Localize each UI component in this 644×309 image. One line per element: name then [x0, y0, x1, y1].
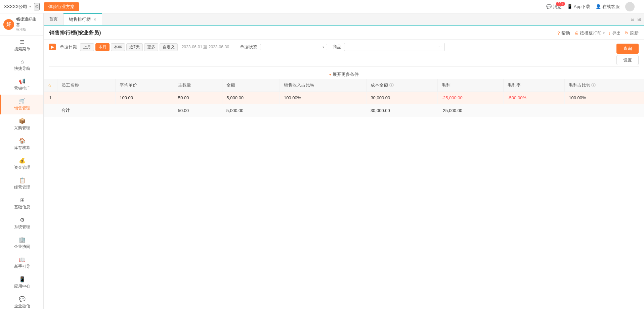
expand-more-row: ▾ 展开更多条件 [49, 66, 639, 79]
footer-label: 合计 [57, 104, 116, 117]
basic-icon: ⊞ [20, 197, 25, 203]
expand-more-btn[interactable]: ▾ 展开更多条件 [329, 71, 359, 78]
date-pills: 上月 本月 本年 近7天 更多 自定义 [80, 43, 178, 51]
goods-ellipsis-icon[interactable]: ··· [437, 44, 442, 50]
th-profit: 毛利 [437, 79, 504, 92]
online-service-button[interactable]: 👤 在线客服 [596, 4, 620, 10]
export-icon: ↓ [609, 31, 611, 36]
sidebar-item-marketing[interactable]: 📢 营销推广 [0, 75, 43, 95]
table-header-row: ☆ 员工名称 平均单价 主数量 全额 销售收入占比% 成本全额 ⓘ 毛利 毛利率… [44, 79, 644, 92]
app-download-button[interactable]: 📱 App下载 [567, 4, 590, 10]
help-button[interactable]: ? 帮助 [557, 30, 570, 36]
tab-close-icon[interactable]: ✕ [93, 17, 96, 22]
headset-icon: 👤 [596, 4, 601, 9]
tab-expand-icon[interactable]: ⊞ [637, 16, 641, 22]
date-pill-this-year[interactable]: 本年 [111, 43, 125, 51]
th-name: 员工名称 [57, 79, 116, 92]
sidebar-item-purchase[interactable]: 📦 采购管理 [0, 114, 43, 134]
footer-empty4 [504, 104, 565, 117]
print-chevron-icon: ▾ [603, 31, 605, 35]
date-pill-last-month[interactable]: 上月 [80, 43, 94, 51]
goods-filter[interactable]: ··· [344, 43, 445, 51]
query-button[interactable]: 查询 [616, 44, 639, 54]
sidebar-item-app-center[interactable]: 📱 应用中心 [0, 273, 43, 293]
cell-cost-amount: 30,000.00 [367, 92, 437, 104]
sidebar-logo: 好 畅捷通好生意 标准版 [0, 13, 43, 36]
avatar[interactable] [625, 2, 635, 11]
th-avg-price: 平均单价 [116, 79, 174, 92]
sidebar-item-label: 销售管理 [14, 105, 30, 111]
logo-text: 畅捷通好生意 [16, 17, 40, 27]
sidebar-item-label: 企业协同 [14, 244, 30, 250]
export-button[interactable]: ↓ 导出 [609, 30, 621, 36]
try-industry-button[interactable]: 体验行业方案 [44, 2, 79, 11]
date-pill-this-month[interactable]: 本月 [95, 43, 110, 51]
status-select[interactable]: ▾ [260, 44, 327, 50]
sidebar-item-inventory[interactable]: 🏠 库存核算 [0, 134, 43, 154]
sidebar-item-label: 应用中心 [14, 284, 30, 289]
sidebar-item-guide[interactable]: 📖 新手引导 [0, 253, 43, 273]
th-cost-amount: 成本全额 ⓘ [367, 79, 437, 92]
footer-cost-amount: 30,000.00 [367, 104, 437, 117]
cell-name [57, 92, 116, 104]
online-service-label: 在线客服 [602, 4, 620, 10]
settings-icon-btn[interactable]: ⚙ [34, 3, 40, 10]
sidebar: 好 畅捷通好生意 标准版 ☰ 搜索菜单 ⌂ 快捷导航 📢 营销推广 🛒 销售管理… [0, 13, 44, 309]
logo-sub: 标准版 [16, 27, 40, 32]
print-button[interactable]: 🖨 按模板打印 ▾ [574, 30, 605, 36]
sidebar-item-system[interactable]: ⚙ 系统管理 [0, 213, 43, 233]
th-sales-pct: 销售收入占比% [280, 79, 366, 92]
date-pill-custom[interactable]: 自定义 [160, 43, 178, 51]
filter-toggle-btn[interactable]: ▶ [49, 44, 56, 50]
footer-main-qty: 50.00 [174, 104, 222, 117]
sidebar-item-finance[interactable]: 💰 资金管理 [0, 154, 43, 174]
finance-icon: 💰 [19, 157, 26, 164]
sidebar-item-label: 营销推广 [14, 86, 30, 91]
expand-more-label: 展开更多条件 [333, 71, 359, 78]
sidebar-item-label: 基础信息 [14, 204, 30, 210]
table-settings-button[interactable]: 设置 [616, 55, 639, 65]
table-body: 1 100.00 50.00 5,000.00 100.00% 30,000.0… [44, 92, 644, 104]
wechat-icon: 💬 [19, 296, 26, 302]
message-button[interactable]: 💬 消息 99+ [546, 4, 562, 10]
footer-empty5 [565, 104, 644, 117]
cost-info-icon[interactable]: ⓘ [389, 83, 394, 88]
cell-avg-price: 100.00 [116, 92, 174, 104]
refresh-label: 刷新 [630, 30, 639, 36]
tab-minimize-icon[interactable]: ⊟ [631, 16, 635, 22]
logo-text-block: 畅捷通好生意 标准版 [16, 17, 40, 32]
sidebar-item-quick-nav[interactable]: ⌂ 快捷导航 [0, 55, 43, 75]
sales-icon: 🛒 [19, 98, 26, 104]
sidebar-item-basic[interactable]: ⊞ 基础信息 [0, 194, 43, 213]
top-header: XXXXX公司 ▾ ⚙ 体验行业方案 💬 消息 99+ 📱 App下载 👤 在线… [0, 0, 644, 13]
sidebar-item-sales[interactable]: 🛒 销售管理 [0, 95, 43, 114]
date-pill-more[interactable]: 更多 [144, 43, 158, 51]
refresh-button[interactable]: ↻ 刷新 [625, 30, 639, 36]
help-icon: ? [557, 31, 560, 36]
sidebar-item-enterprise[interactable]: 🏢 企业协同 [0, 233, 43, 253]
cell-amount: 5,000.00 [222, 92, 280, 104]
search-menu-icon: ☰ [20, 39, 25, 45]
table-row: 1 100.00 50.00 5,000.00 100.00% 30,000.0… [44, 92, 644, 104]
tab-sales-rank[interactable]: 销售排行榜 ✕ [63, 13, 102, 25]
main-layout: 好 畅捷通好生意 标准版 ☰ 搜索菜单 ⌂ 快捷导航 📢 营销推广 🛒 销售管理… [0, 13, 644, 309]
marketing-icon: 📢 [19, 78, 26, 85]
sidebar-item-search[interactable]: ☰ 搜索菜单 [0, 36, 43, 55]
date-range: 2023-06-01 至 2023-06-30 [182, 44, 229, 50]
sidebar-item-wechat[interactable]: 💬 企业微信 [0, 293, 43, 309]
tab-home[interactable]: 首页 [44, 13, 63, 25]
profit-pct-info-icon[interactable]: ⓘ [591, 83, 596, 88]
company-chevron-icon: ▾ [29, 4, 31, 9]
sidebar-item-business[interactable]: 📋 经营管理 [0, 174, 43, 194]
date-pill-7days[interactable]: 近7天 [126, 43, 143, 51]
company-selector[interactable]: XXXXX公司 ▾ [4, 4, 31, 10]
sidebar-item-label: 经营管理 [14, 185, 30, 190]
page-actions: ? 帮助 🖨 按模板打印 ▾ ↓ 导出 ↻ 刷新 [557, 30, 639, 36]
cell-profit-rate: -500.00% [504, 92, 565, 104]
footer-empty1 [44, 104, 57, 117]
footer-amount: 5,000.00 [222, 104, 280, 117]
sidebar-item-label: 库存核算 [14, 145, 30, 151]
footer-profit: -25,000.00 [437, 104, 504, 117]
page-title: 销售排行榜(按业务员) [49, 30, 101, 37]
refresh-icon: ↻ [625, 31, 629, 36]
